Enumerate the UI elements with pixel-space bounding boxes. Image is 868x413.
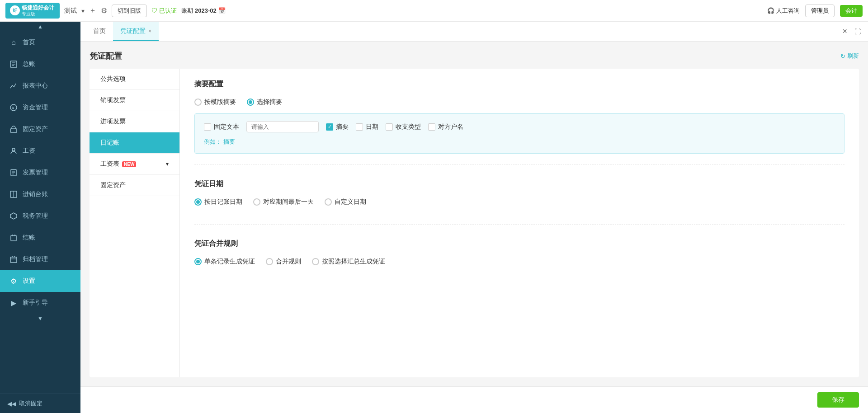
sidebar-item-ledger[interactable]: 总账 (0, 53, 80, 75)
tab-voucher-config[interactable]: 凭证配置 × (113, 22, 159, 41)
left-menu-public[interactable]: 公共选项 (90, 69, 179, 90)
company-name: 畅捷通好会计 (22, 5, 54, 11)
merge-radio3[interactable] (312, 258, 319, 265)
tab-bar: 首页 凭证配置 × × ⛶ (80, 22, 868, 42)
tab-right-actions: × ⛶ (840, 22, 863, 41)
calendar-icon[interactable]: 📅 (218, 7, 226, 14)
date-option2[interactable]: 对应期间最后一天 (253, 198, 314, 206)
sidebar-item-funds[interactable]: ¥ 资金管理 (0, 97, 80, 118)
scroll-down-btn[interactable]: ▼ (0, 314, 80, 324)
tax-icon (9, 211, 18, 221)
ledger-icon (9, 60, 18, 69)
date-radio-group: 按日记账日期 对应期间最后一天 自定义日期 (194, 198, 844, 206)
tab-home[interactable]: 首页 (86, 22, 113, 41)
fixed-text-input[interactable] (246, 121, 319, 132)
summary-checkbox[interactable]: ✓ 摘要 (326, 123, 349, 131)
svg-marker-14 (10, 213, 17, 219)
date-radio1[interactable] (194, 198, 202, 206)
left-menu-journal[interactable]: 日记账 (90, 132, 179, 154)
save-bar: 保存 (80, 386, 868, 413)
income-type-checkbox-box[interactable] (386, 123, 393, 131)
summary-checkbox-box[interactable]: ✓ (326, 123, 333, 131)
settings-icon[interactable]: ⚙ (101, 6, 107, 15)
date-section-title: 凭证日期 (194, 179, 844, 189)
merge-option3[interactable]: 按照选择汇总生成凭证 (312, 258, 385, 266)
tab-close-window-btn[interactable]: × (840, 25, 849, 38)
certified-badge: 🛡 已认证 (151, 7, 177, 15)
headset-icon: 🎧 (767, 7, 774, 14)
date-checkbox[interactable]: 日期 (356, 123, 378, 131)
guide-icon: ▶ (9, 298, 18, 307)
date-radio3[interactable] (325, 198, 332, 206)
company-logo[interactable]: 好 畅捷通好会计 专业版 (5, 3, 60, 18)
home-icon: ⌂ (9, 38, 18, 47)
svg-point-7 (12, 148, 15, 151)
sidebar-item-reports[interactable]: 报表中心 (0, 75, 80, 97)
right-config: 摘要配置 按模版摘要 选择摘要 (180, 69, 859, 377)
left-menu-sales[interactable]: 销项发票 (90, 90, 179, 111)
summary-radio2[interactable] (247, 99, 254, 106)
summary-option2[interactable]: 选择摘要 (247, 98, 282, 106)
left-menu-payroll[interactable]: 工资表 NEW ▾ (90, 154, 179, 175)
refresh-btn[interactable]: ↻ 刷新 (840, 52, 859, 60)
date-radio2[interactable] (253, 198, 260, 206)
sidebar-item-invoice[interactable]: 发票管理 (0, 162, 80, 183)
logo-icon: 好 (10, 5, 20, 15)
merge-option2[interactable]: 合并规则 (266, 258, 301, 266)
scroll-up-btn[interactable]: ▲ (0, 22, 80, 32)
merge-option1[interactable]: 单条记录生成凭证 (194, 258, 255, 266)
sidebar-item-payroll[interactable]: 工资 (0, 140, 80, 162)
tab-close-btn[interactable]: × (148, 28, 151, 34)
example-value: 摘要 (223, 138, 235, 145)
page-header: 凭证配置 ↻ 刷新 (90, 51, 859, 61)
income-type-checkbox[interactable]: 收支类型 (386, 123, 421, 131)
counterparty-checkbox[interactable]: 对方户名 (428, 123, 463, 131)
svg-rect-18 (10, 257, 17, 263)
summary-radio-group: 按模版摘要 选择摘要 (194, 98, 844, 106)
sidebar-item-sales-purchase[interactable]: 进销台账 (0, 183, 80, 205)
counterparty-checkbox-box[interactable] (428, 123, 435, 131)
fixed-text-checkbox[interactable]: 固定文本 (204, 123, 239, 131)
sidebar: ▲ ⌂ 首页 总账 报表中心 ¥ (0, 22, 80, 413)
payroll-icon (9, 146, 18, 155)
sidebar-item-guide[interactable]: ▶ 新手引导 (0, 292, 80, 314)
invoice-icon (9, 168, 18, 177)
role-btn[interactable]: 会计 (840, 5, 863, 17)
tab-fullscreen-btn[interactable]: ⛶ (853, 26, 863, 37)
account-period: 账期 2023-02 📅 (181, 7, 226, 15)
consult-btn[interactable]: 🎧 人工咨询 (767, 7, 800, 15)
project-name: 测试 (64, 7, 77, 15)
sidebar-item-settings[interactable]: ⚙ 设置 (0, 270, 80, 292)
unpin-icon: ◀◀ (7, 400, 16, 407)
settings-sidebar-icon: ⚙ (9, 277, 18, 286)
date-option3[interactable]: 自定义日期 (325, 198, 366, 206)
save-btn[interactable]: 保存 (817, 392, 859, 408)
summary-options-box: 固定文本 ✓ 摘要 日期 (194, 113, 844, 154)
merge-radio2[interactable] (266, 258, 273, 265)
sidebar-item-archive[interactable]: 归档管理 (0, 249, 80, 270)
payroll-chevron-icon: ▾ (166, 161, 169, 167)
svg-text:¥: ¥ (12, 106, 15, 110)
merge-radio1[interactable] (194, 258, 202, 265)
add-icon[interactable]: ＋ (89, 6, 96, 15)
svg-rect-6 (10, 129, 17, 132)
summary-radio1[interactable] (194, 99, 202, 106)
sidebar-item-fixed-assets[interactable]: 固定资产 (0, 118, 80, 140)
user-btn[interactable]: 管理员 (805, 5, 835, 17)
certified-icon: 🛡 (151, 7, 157, 14)
summary-option1[interactable]: 按模版摘要 (194, 98, 236, 106)
unpin-btn[interactable]: ◀◀ 取消固定 (0, 394, 80, 413)
date-option1[interactable]: 按日记账日期 (194, 198, 242, 206)
left-menu: 公共选项 销项发票 进项发票 日记账 工资表 NEW ▾ (90, 69, 180, 377)
left-menu-purchase[interactable]: 进项发票 (90, 111, 179, 132)
date-checkbox-box[interactable] (356, 123, 363, 131)
sidebar-item-tax[interactable]: 税务管理 (0, 205, 80, 227)
switch-old-btn[interactable]: 切到旧版 (112, 5, 147, 17)
fixed-text-checkbox-box[interactable] (204, 123, 211, 131)
project-dropdown-icon[interactable]: ▾ (81, 7, 85, 14)
merge-radio-group: 单条记录生成凭证 合并规则 按照选择汇总生成凭证 (194, 258, 844, 266)
sidebar-item-home[interactable]: ⌂ 首页 (0, 32, 80, 53)
archive-icon (9, 255, 18, 264)
sidebar-item-closing[interactable]: 结账 (0, 227, 80, 249)
left-menu-fixed-assets[interactable]: 固定资产 (90, 175, 179, 196)
